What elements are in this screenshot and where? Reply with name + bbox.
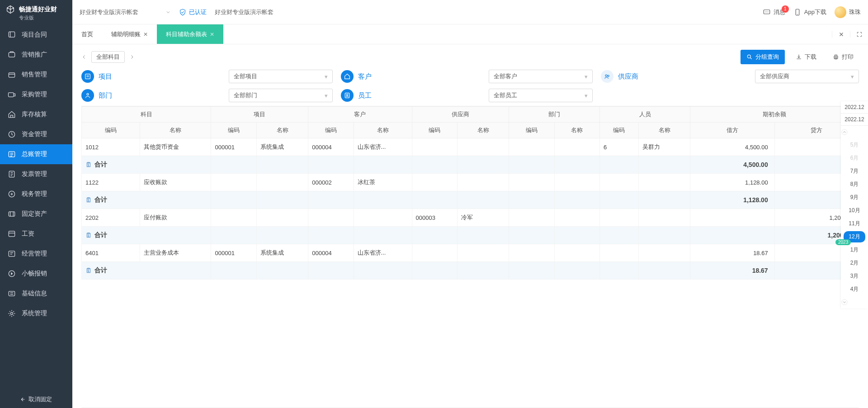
verified-label: 已认证 bbox=[189, 8, 207, 16]
cell bbox=[509, 138, 554, 156]
cell: 应付账款 bbox=[140, 209, 211, 227]
filter-customer-select[interactable]: 全部客户 ▾ bbox=[489, 70, 593, 83]
cell bbox=[308, 209, 354, 227]
svg-point-23 bbox=[608, 75, 609, 76]
tab-1[interactable]: 辅助明细账✕ bbox=[102, 24, 157, 44]
sidebar-item-11[interactable]: 经营管理 bbox=[0, 244, 72, 264]
period-item-6[interactable]: 11月 bbox=[841, 217, 868, 230]
table-row[interactable]: 🗓合计1,128.00 bbox=[82, 191, 859, 209]
sidebar-item-13[interactable]: 基础信息 bbox=[0, 284, 72, 304]
table-row[interactable]: 6401主营业务成本000001系统集成000004山东省济...18.67 bbox=[82, 244, 859, 262]
nav-label: 资金管理 bbox=[22, 130, 47, 138]
period-item-5[interactable]: 10月 bbox=[841, 204, 868, 217]
sidebar-item-4[interactable]: 库存核算 bbox=[0, 104, 72, 124]
cell: 系统集成 bbox=[256, 244, 308, 262]
message-icon bbox=[763, 8, 771, 16]
svg-rect-18 bbox=[834, 56, 838, 58]
table-row[interactable]: 1012其他货币资金000001系统集成000004山东省济...6吴群力4,5… bbox=[82, 138, 859, 156]
period-scroll-up-button[interactable] bbox=[841, 126, 868, 138]
subject-selector[interactable]: 全部科目 bbox=[91, 51, 125, 63]
filter-employee-select[interactable]: 全部员工 ▾ bbox=[489, 89, 593, 102]
cell: 6 bbox=[599, 138, 638, 156]
nav-label: 采购管理 bbox=[22, 90, 47, 99]
filter-project-select[interactable]: 全部项目 ▾ bbox=[229, 70, 333, 83]
user-name: 珠珠 bbox=[849, 8, 861, 16]
sidebar-item-12[interactable]: 小畅报销 bbox=[0, 264, 72, 284]
cell: 000004 bbox=[308, 244, 354, 262]
sidebar-item-0[interactable]: 项目合同 bbox=[0, 25, 72, 45]
messages-button[interactable]: 消息 1 bbox=[763, 8, 785, 16]
sidebar-item-14[interactable]: 系统管理 bbox=[0, 304, 72, 323]
sidebar-item-3[interactable]: 采购管理 bbox=[0, 85, 72, 104]
sidebar-item-7[interactable]: 发票管理 bbox=[0, 164, 72, 184]
nav-label: 系统管理 bbox=[22, 309, 47, 318]
customer-icon bbox=[341, 70, 354, 83]
filter-department-select[interactable]: 全部部门 ▾ bbox=[229, 89, 333, 102]
chevron-down-icon: ▾ bbox=[325, 73, 328, 80]
table-row[interactable]: 🗓合计18.67 bbox=[82, 262, 859, 280]
chevron-down-icon: ▾ bbox=[851, 73, 854, 80]
period-item-9[interactable]: 2月 bbox=[841, 256, 868, 270]
table-row[interactable]: 🗓合计4,500.00 bbox=[82, 156, 859, 174]
nav-icon bbox=[7, 30, 16, 39]
tab-2[interactable]: 科目辅助余额表✕ bbox=[157, 24, 223, 44]
period-item-3[interactable]: 8月 bbox=[841, 178, 868, 191]
col-opening-balance: 期初余额 bbox=[690, 107, 859, 123]
period-item-8[interactable]: 1月 bbox=[841, 243, 868, 256]
table-row[interactable]: 2202应付账款000003冷军1,200.00 bbox=[82, 209, 859, 227]
nav-icon bbox=[7, 249, 16, 258]
cell bbox=[638, 244, 690, 262]
cell: 冷军 bbox=[457, 209, 509, 227]
subtotal-icon: 🗓 bbox=[85, 161, 92, 168]
period-from[interactable]: 2022.12 bbox=[841, 101, 868, 114]
account-selector[interactable]: 好业财专业版演示帐套 bbox=[80, 8, 171, 16]
cell bbox=[554, 138, 599, 156]
tab-0[interactable]: 首页 bbox=[72, 24, 102, 44]
sidebar-header: 畅捷通好业财 bbox=[0, 0, 72, 16]
breadcrumb-prev-button[interactable] bbox=[81, 54, 87, 60]
close-all-tabs-button[interactable] bbox=[832, 31, 850, 38]
sidebar-item-6[interactable]: 总账管理 bbox=[0, 144, 72, 164]
cell-debit: 4,500.00 bbox=[690, 156, 774, 174]
col-person: 人员 bbox=[599, 107, 690, 123]
period-item-11[interactable]: 4月 bbox=[841, 283, 868, 296]
tab-close-icon[interactable]: ✕ bbox=[143, 31, 148, 38]
supplier-icon bbox=[601, 70, 613, 83]
sidebar-item-1[interactable]: 营销推广 bbox=[0, 45, 72, 65]
period-item-2[interactable]: 7月 bbox=[841, 165, 868, 178]
period-item-4[interactable]: 9月 bbox=[841, 191, 868, 204]
period-item-7[interactable]: 12月2023 bbox=[844, 231, 865, 242]
sidebar-item-9[interactable]: 固定资产 bbox=[0, 204, 72, 224]
sidebar-item-5[interactable]: 资金管理 bbox=[0, 124, 72, 144]
download-button[interactable]: 下载 bbox=[790, 50, 822, 64]
nav-icon bbox=[7, 50, 16, 59]
tab-close-icon[interactable]: ✕ bbox=[210, 31, 214, 38]
table-row[interactable]: 🗓合计1,200.00 bbox=[82, 227, 859, 244]
filter-supplier-select[interactable]: 全部供应商 ▾ bbox=[755, 70, 859, 83]
print-button[interactable]: 打印 bbox=[827, 50, 859, 64]
fullscreen-button[interactable] bbox=[850, 31, 868, 38]
period-to[interactable]: 2022.12 bbox=[841, 114, 868, 126]
nav-label: 销售管理 bbox=[22, 71, 47, 79]
account-name: 好业财专业版演示帐套 bbox=[80, 8, 138, 16]
chevron-down-icon: ▾ bbox=[585, 92, 588, 99]
table-row[interactable]: 1122应收账款000002冰红茶1,128.00 bbox=[82, 174, 859, 191]
user-menu[interactable]: 珠珠 bbox=[835, 6, 861, 18]
breadcrumb-next-button[interactable] bbox=[129, 54, 135, 60]
brand-logo-icon bbox=[5, 5, 15, 14]
sidebar-item-10[interactable]: 工资 bbox=[0, 224, 72, 244]
table-head: 科目 项目 客户 供应商 部门 人员 期初余额 编码名称 编码名称 编码名称 编… bbox=[82, 107, 859, 138]
period-item-0: 5月 bbox=[841, 138, 868, 152]
col-customer: 客户 bbox=[308, 107, 412, 123]
period-item-10[interactable]: 3月 bbox=[841, 270, 868, 283]
period-item-1: 6月 bbox=[841, 152, 868, 165]
cell bbox=[554, 174, 599, 191]
sidebar-unpin-button[interactable]: 取消固定 bbox=[0, 391, 72, 408]
page-content: 全部科目 分组查询 下载 打印 bbox=[72, 44, 868, 408]
sidebar-item-8[interactable]: 税务管理 bbox=[0, 184, 72, 204]
sidebar-item-2[interactable]: 销售管理 bbox=[0, 65, 72, 85]
group-query-button[interactable]: 分组查询 bbox=[741, 50, 785, 64]
period-scroll-down-button[interactable] bbox=[841, 296, 868, 308]
app-download-button[interactable]: App下载 bbox=[793, 8, 826, 16]
svg-rect-8 bbox=[9, 212, 14, 216]
